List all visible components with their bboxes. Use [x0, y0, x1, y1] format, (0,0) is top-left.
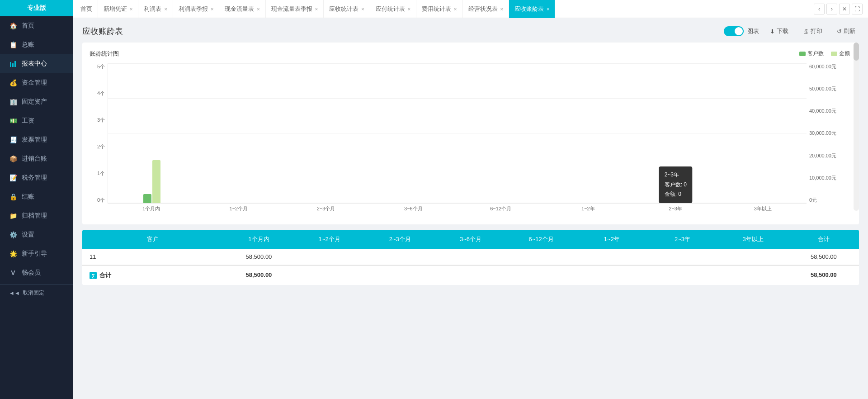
table-cell-3y [718, 249, 788, 265]
sidebar-pin-button[interactable]: ◄◄ 取消固定 [0, 284, 73, 301]
table-header-customer: 客户 [82, 230, 223, 249]
svg-rect-1 [12, 63, 14, 67]
x-label-7: 2~3年 [632, 205, 719, 212]
close-accounts-icon: 🔒 [9, 193, 17, 201]
svg-rect-0 [10, 62, 11, 67]
chart-area: 5个 4个 3个 2个 1个 0个 [90, 63, 852, 217]
tab-close-all-button[interactable]: ✕ [839, 4, 850, 14]
print-icon: 🖨 [803, 28, 809, 35]
sidebar-item-settings[interactable]: ⚙️ 设置 [0, 225, 73, 244]
tab-close-voucher[interactable]: × [130, 6, 132, 12]
funds-icon: 💰 [9, 79, 17, 87]
tab-prev-button[interactable]: ‹ [814, 4, 825, 14]
bar-light-1 [152, 160, 160, 203]
table-header-total: 合计 [788, 230, 859, 249]
tooltip-amount: 金额: 0 [665, 190, 687, 200]
sidebar-item-assets[interactable]: 🏢 固定资产 [0, 92, 73, 111]
tooltip-period: 2~3年 [665, 170, 687, 180]
table-footer-3-6m [435, 266, 506, 285]
tab-close-profit-quarter[interactable]: × [211, 6, 213, 12]
guide-icon: 🌟 [9, 250, 17, 258]
tab-cashflow[interactable]: 现金流量表 × [219, 0, 265, 18]
sidebar-item-purchase[interactable]: 📦 进销台账 [0, 149, 73, 168]
toggle-label: 图表 [747, 27, 759, 35]
tab-close-payable-stat[interactable]: × [408, 6, 410, 12]
tab-expense-stat[interactable]: 费用统计表 × [416, 0, 462, 18]
table-cell-total: 58,500.00 [788, 249, 859, 265]
legend-customers-color [799, 52, 806, 56]
tab-aging[interactable]: 应收账龄表 × [509, 0, 555, 18]
tab-payable-stat[interactable]: 应付统计表 × [370, 0, 416, 18]
pin-icon: ◄◄ [9, 290, 20, 296]
legend-amount-color [831, 52, 837, 56]
table-footer-2-3m [365, 266, 435, 285]
page-actions: 图表 ⬇ 下载 🖨 打印 ↺ 刷新 [724, 25, 859, 37]
table-header-1m: 1个月内 [223, 230, 294, 249]
table-header-3y: 3年以上 [718, 230, 788, 249]
tab-profit[interactable]: 利润表 × [138, 0, 173, 18]
tab-close-aging[interactable]: × [547, 6, 549, 12]
tab-fullscreen-button[interactable]: ⛶ [852, 4, 863, 14]
tab-voucher[interactable]: 新增凭证 × [98, 0, 138, 18]
svg-rect-2 [14, 61, 16, 67]
table-cell-1-2y [576, 249, 647, 265]
sidebar-item-guide[interactable]: 🌟 新手引导 [0, 244, 73, 263]
total-icon: ∑ [90, 272, 97, 279]
sidebar-item-ledger[interactable]: 📋 总账 [0, 35, 73, 54]
data-table: 客户 1个月内 1~2个月 2~3个月 3~6个月 6~12个月 1~2年 2~… [82, 230, 859, 285]
chart-container: 账龄统计图 客户数 金额 5个 4个 3个 2个 [82, 43, 859, 224]
sidebar-item-tax[interactable]: 📝 税务管理 [0, 168, 73, 187]
y-axis-left: 5个 4个 3个 2个 1个 0个 [90, 63, 108, 217]
table-cell-6-12m [506, 249, 576, 265]
refresh-icon: ↺ [837, 28, 842, 35]
tab-close-cashflow[interactable]: × [257, 6, 259, 12]
sidebar-item-reports[interactable]: 报表中心 [0, 54, 73, 73]
sidebar-item-salary[interactable]: 💵 工资 [0, 111, 73, 130]
chart-scrollbar[interactable] [854, 43, 859, 211]
sidebar-item-close[interactable]: 🔒 结账 [0, 187, 73, 206]
table-cell-2-3y [647, 249, 717, 265]
refresh-button[interactable]: ↺ 刷新 [833, 25, 859, 37]
sidebar-item-funds[interactable]: 💰 资金管理 [0, 73, 73, 92]
sidebar-item-vip[interactable]: V 畅会员 [0, 263, 73, 282]
tab-navigation: ‹ › ✕ ⛶ [810, 4, 866, 14]
print-button[interactable]: 🖨 打印 [799, 25, 826, 37]
table-cell-1-2m [294, 249, 365, 265]
assets-icon: 🏢 [9, 98, 17, 106]
tab-bar: 首页 新增凭证 × 利润表 × 利润表季报 × 现金流量表 × 现金流量表季报 … [73, 0, 868, 18]
invoice-icon: 🧾 [9, 136, 17, 144]
sidebar-logo: 专业版 [0, 0, 73, 16]
tab-close-expense-stat[interactable]: × [454, 6, 457, 12]
home-icon: 🏠 [9, 22, 17, 30]
table-header-6-12m: 6~12个月 [506, 230, 576, 249]
tab-receivable-stat[interactable]: 应收统计表 × [324, 0, 370, 18]
tooltip-customers: 客户数: 0 [665, 180, 687, 190]
tab-next-button[interactable]: › [826, 4, 837, 14]
tab-close-receivable-stat[interactable]: × [361, 6, 364, 12]
tab-business-stat[interactable]: 经营状况表 × [463, 0, 509, 18]
x-label-1: 1个月内 [108, 205, 195, 212]
tab-close-profit[interactable]: × [164, 6, 167, 12]
table-footer-total: 58,500.00 [788, 266, 859, 285]
archive-icon: 📁 [9, 212, 17, 220]
y-axis-right: 60,000.00元 50,000.00元 40,000.00元 30,000.… [807, 63, 852, 217]
tab-cashflow-quarter[interactable]: 现金流量表季报 × [266, 0, 324, 18]
chart-toggle[interactable] [724, 26, 744, 36]
tab-home[interactable]: 首页 [75, 0, 98, 18]
table-footer-6-12m [506, 266, 576, 285]
tab-close-cashflow-quarter[interactable]: × [315, 6, 318, 12]
sidebar-item-home[interactable]: 🏠 首页 [0, 16, 73, 35]
purchase-icon: 📦 [9, 155, 17, 163]
download-button[interactable]: ⬇ 下载 [766, 25, 792, 37]
x-label-3: 2~3个月 [283, 205, 370, 212]
chart-scrollbar-thumb [854, 43, 859, 61]
table-footer: ∑ 合计 58,500.00 58,500.00 [82, 265, 859, 285]
tab-close-business-stat[interactable]: × [500, 6, 503, 12]
download-icon: ⬇ [770, 28, 775, 35]
chart-bars: 2~3年 客户数: 0 金额: 0 [108, 63, 807, 203]
sidebar-item-invoice[interactable]: 🧾 发票管理 [0, 130, 73, 149]
sidebar-item-archive[interactable]: 📁 归档管理 [0, 206, 73, 225]
reports-icon [9, 60, 17, 68]
bar-green-1 [143, 194, 151, 203]
tab-profit-quarter[interactable]: 利润表季报 × [173, 0, 219, 18]
